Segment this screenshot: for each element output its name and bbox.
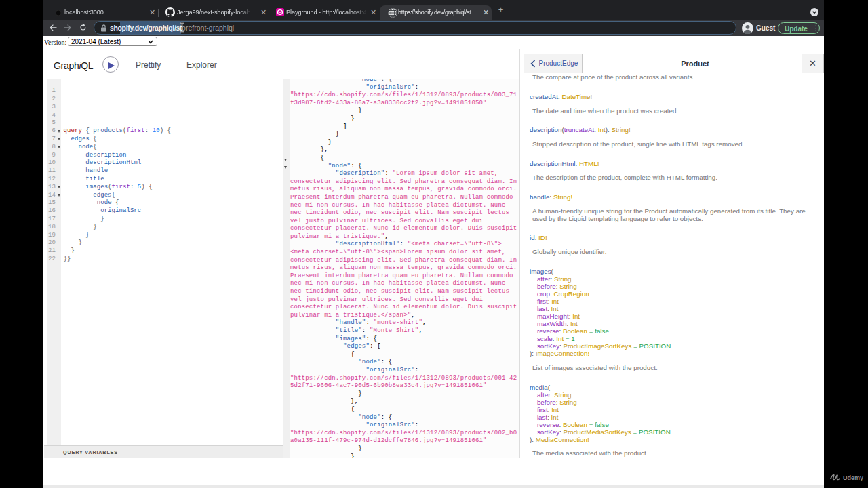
svg-text:Udemy: Udemy	[843, 474, 863, 481]
